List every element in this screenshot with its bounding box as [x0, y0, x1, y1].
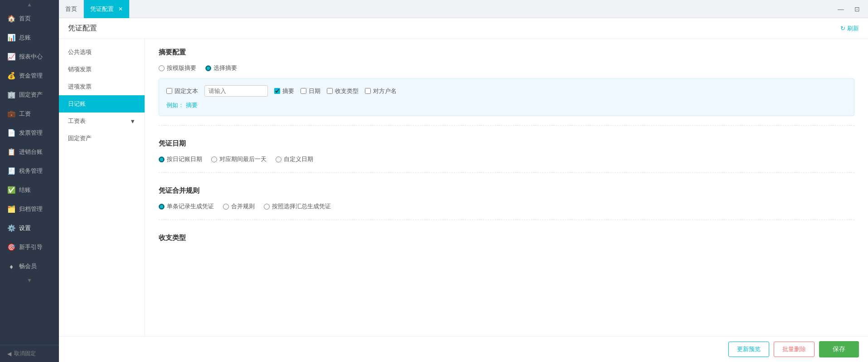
radio-merge-rule-input[interactable]: [223, 204, 229, 210]
checkbox-income-type-input[interactable]: [327, 88, 333, 94]
tab-voucher-config[interactable]: 凭证配置 ✕: [84, 0, 130, 18]
pin-icon: ◀: [7, 351, 11, 357]
update-preview-button[interactable]: 更新预览: [728, 342, 769, 357]
sidebar-item-guide[interactable]: 🎯 新手引导: [0, 238, 59, 257]
funds-icon: 💰: [7, 72, 15, 80]
fixed-text-input[interactable]: [204, 85, 268, 97]
radio-summary-generate[interactable]: 按照选择汇总生成凭证: [264, 202, 331, 210]
assets-icon: 🏢: [7, 91, 15, 99]
sidebar-scroll-down[interactable]: ▼: [0, 276, 59, 285]
checkbox-date[interactable]: 日期: [301, 87, 320, 95]
checkbox-date-input[interactable]: [301, 88, 306, 94]
voucher-date-radio-group: 按日记账日期 对应期间最后一天 自定义日期: [159, 155, 854, 163]
home-icon: 🏠: [7, 15, 15, 23]
sidebar-item-tax[interactable]: 🧾 税务管理: [0, 161, 59, 181]
left-nav-item-journal[interactable]: 日记账: [59, 95, 145, 113]
radio-summary-generate-input[interactable]: [264, 204, 270, 210]
tab-bar: 首页 凭证配置 ✕ — ⊡: [59, 0, 868, 18]
ledger-icon: 📊: [7, 34, 15, 42]
radio-period-last[interactable]: 对应期间最后一天: [211, 155, 267, 163]
sidebar-item-invoice[interactable]: 📄 发票管理: [0, 123, 59, 142]
radio-merge-rule[interactable]: 合并规则: [223, 202, 255, 210]
radio-template-input[interactable]: [159, 65, 165, 71]
left-nav-item-sales-invoice[interactable]: 销项发票: [59, 61, 145, 78]
income-type-section: 收支类型: [159, 234, 854, 259]
voucher-merge-section: 凭证合并规则 单条记录生成凭证 合并规则 按照选择汇总生成凭证: [159, 186, 854, 220]
sidebar-item-reports[interactable]: 📈 报表中心: [0, 47, 59, 66]
vip-icon: ♦: [7, 263, 15, 270]
checkbox-fixed-text[interactable]: 固定文本: [166, 87, 198, 95]
voucher-date-title: 凭证日期: [159, 139, 854, 148]
example-text: 例如： 摘要: [166, 101, 847, 109]
content-area: 公共选项 销项发票 进项发票 日记账 工资表 ▼ 固定资产 摘要配置: [59, 39, 868, 336]
summary-radio-group: 按模版摘要 选择摘要: [159, 64, 854, 72]
radio-select-summary[interactable]: 选择摘要: [205, 64, 237, 72]
summary-checkbox-row: 固定文本 摘要 日期 收支类型: [166, 85, 847, 97]
guide-icon: 🎯: [7, 243, 15, 251]
sidebar-item-funds[interactable]: 💰 资金管理: [0, 66, 59, 85]
checkbox-counterpart-name[interactable]: 对方户名: [365, 87, 397, 95]
left-nav-item-common[interactable]: 公共选项: [59, 44, 145, 61]
reports-icon: 📈: [7, 53, 15, 61]
refresh-button[interactable]: ↻ 刷新: [840, 24, 859, 33]
radio-custom-date-input[interactable]: [276, 157, 281, 162]
checkbox-summary-input[interactable]: [274, 88, 280, 94]
right-content: 摘要配置 按模版摘要 选择摘要 固定文本: [145, 39, 868, 336]
checkout-icon: ✅: [7, 186, 15, 194]
sidebar-item-archive[interactable]: 🗂️ 归档管理: [0, 200, 59, 219]
sidebar-item-purchase[interactable]: 📋 进销台账: [0, 142, 59, 161]
summary-config-box: 固定文本 摘要 日期 收支类型: [159, 78, 854, 116]
left-nav-item-fixed-assets[interactable]: 固定资产: [59, 130, 145, 147]
sidebar-item-salary[interactable]: 💼 工资: [0, 104, 59, 123]
tab-actions: — ⊡: [834, 3, 868, 15]
maximize-button[interactable]: ⊡: [851, 3, 863, 15]
radio-custom-date[interactable]: 自定义日期: [276, 155, 313, 163]
main-area: 首页 凭证配置 ✕ — ⊡ 凭证配置 ↻ 刷新 公共选项 销项发票 进项: [59, 0, 868, 362]
voucher-merge-radio-group: 单条记录生成凭证 合并规则 按照选择汇总生成凭证: [159, 202, 854, 210]
purchase-icon: 📋: [7, 148, 15, 156]
checkbox-income-type[interactable]: 收支类型: [327, 87, 359, 95]
checkbox-fixed-text-input[interactable]: [166, 88, 172, 94]
voucher-merge-title: 凭证合并规则: [159, 186, 854, 195]
refresh-icon: ↻: [840, 25, 845, 32]
archive-icon: 🗂️: [7, 205, 15, 213]
sidebar: ▲ 🏠 首页 📊 总账 📈 报表中心 💰 资金管理 🏢 固定资产 💼 工资 📄 …: [0, 0, 59, 362]
radio-journal-date-input[interactable]: [159, 157, 165, 162]
salary-icon: 💼: [7, 110, 15, 118]
left-nav: 公共选项 销项发票 进项发票 日记账 工资表 ▼ 固定资产: [59, 39, 145, 336]
tax-icon: 🧾: [7, 167, 15, 175]
bottom-bar: 更新预览 批量删除 保存: [59, 336, 868, 362]
sidebar-item-settings[interactable]: ⚙️ 设置: [0, 219, 59, 238]
tab-home[interactable]: 首页: [59, 0, 84, 18]
batch-delete-button[interactable]: 批量删除: [774, 342, 815, 357]
radio-single-record[interactable]: 单条记录生成凭证: [159, 202, 214, 210]
voucher-date-section: 凭证日期 按日记账日期 对应期间最后一天 自定义日期: [159, 139, 854, 173]
page-header: 凭证配置 ↻ 刷新: [59, 18, 868, 39]
left-nav-item-purchase-invoice[interactable]: 进项发票: [59, 78, 145, 95]
sidebar-item-vip[interactable]: ♦ 畅会员: [0, 257, 59, 276]
summary-config-section: 摘要配置 按模版摘要 选择摘要 固定文本: [159, 48, 854, 126]
income-type-title: 收支类型: [159, 234, 854, 242]
sidebar-item-home[interactable]: 🏠 首页: [0, 9, 59, 28]
checkbox-summary[interactable]: 摘要: [274, 87, 294, 95]
cancel-fix-button[interactable]: ◀ 取消固定: [0, 345, 59, 362]
sidebar-scroll-up[interactable]: ▲: [0, 0, 59, 9]
page-title: 凭证配置: [68, 24, 97, 33]
sidebar-item-assets[interactable]: 🏢 固定资产: [0, 85, 59, 104]
close-tab-button[interactable]: ✕: [118, 6, 123, 12]
save-button[interactable]: 保存: [819, 341, 859, 357]
summary-config-title: 摘要配置: [159, 48, 854, 57]
radio-journal-date[interactable]: 按日记账日期: [159, 155, 202, 163]
settings-icon: ⚙️: [7, 224, 15, 232]
left-nav-item-payroll[interactable]: 工资表 ▼: [59, 113, 145, 130]
chevron-down-icon: ▼: [130, 118, 136, 125]
invoice-icon: 📄: [7, 129, 15, 137]
checkbox-counterpart-name-input[interactable]: [365, 88, 371, 94]
radio-period-last-input[interactable]: [211, 157, 217, 162]
sidebar-item-ledger[interactable]: 📊 总账: [0, 28, 59, 47]
minimize-button[interactable]: —: [834, 3, 847, 15]
radio-single-record-input[interactable]: [159, 204, 165, 210]
radio-select-input[interactable]: [205, 65, 211, 71]
sidebar-item-checkout[interactable]: ✅ 结账: [0, 181, 59, 200]
radio-template-summary[interactable]: 按模版摘要: [159, 64, 196, 72]
